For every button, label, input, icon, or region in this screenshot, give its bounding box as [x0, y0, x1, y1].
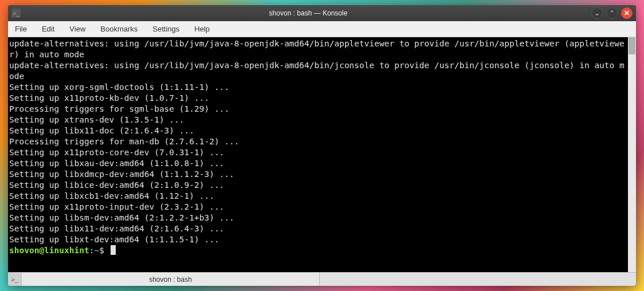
menu-settings[interactable]: Settings — [150, 23, 182, 34]
minimize-button[interactable]: ⌄ — [591, 7, 603, 19]
scrollbar[interactable] — [628, 37, 636, 272]
terminal-line: Setting up xtrans-dev (1.3.5-1) ... — [9, 115, 628, 125]
prompt-dollar: $ — [99, 246, 109, 255]
terminal-line: Setting up xorg-sgml-doctools (1:1.11-1)… — [9, 82, 628, 93]
prompt-user-host: shovon@linuxhint — [9, 246, 89, 255]
terminal-line: Setting up libsm-dev:amd64 (2:1.2.2-1+b3… — [9, 213, 628, 223]
terminal-line: Setting up x11proto-kb-dev (1.0.7-1) ... — [9, 93, 628, 104]
terminal-line: Setting up libx11-dev:amd64 (2:1.6.4-3) … — [9, 223, 628, 234]
terminal-line: Setting up libice-dev:amd64 (2:1.0.9-2) … — [9, 180, 628, 191]
terminal-line: Setting up libxt-dev:amd64 (1:1.1.5-1) .… — [9, 234, 628, 245]
chevron-up-icon: ⌃ — [609, 9, 615, 17]
tabbar: >_ shovon : bash — [8, 272, 636, 286]
menu-edit[interactable]: Edit — [40, 23, 57, 34]
menubar: File Edit View Bookmarks Settings Help — [8, 21, 636, 37]
scroll-thumb[interactable] — [629, 37, 635, 54]
konsole-window: >_ shovon : bash — Konsole ⌄ ⌃ ✕ File Ed… — [8, 5, 636, 286]
close-button[interactable]: ✕ — [621, 7, 633, 19]
prompt-path: ~ — [94, 246, 99, 255]
maximize-button[interactable]: ⌃ — [606, 7, 618, 19]
terminal-line: update-alternatives: using /usr/lib/jvm/… — [9, 60, 628, 82]
titlebar[interactable]: >_ shovon : bash — Konsole ⌄ ⌃ ✕ — [8, 5, 636, 21]
terminal-line: Setting up x11proto-input-dev (2.3.2-1) … — [9, 202, 628, 213]
terminal-icon: >_ — [11, 276, 18, 283]
terminal-line: Setting up x11proto-core-dev (7.0.31-1) … — [9, 147, 628, 158]
terminal[interactable]: update-alternatives: using /usr/lib/jvm/… — [8, 37, 628, 272]
window-controls: ⌄ ⌃ ✕ — [591, 7, 633, 19]
chevron-down-icon: ⌄ — [594, 9, 600, 17]
close-icon: ✕ — [624, 9, 630, 17]
terminal-icon: >_ — [13, 10, 19, 17]
window-title: shovon : bash — Konsole — [25, 9, 591, 17]
tab-1[interactable]: shovon : bash — [22, 273, 320, 286]
menu-help[interactable]: Help — [192, 23, 212, 34]
terminal-line: Processing triggers for sgml-base (1.29)… — [9, 104, 628, 115]
terminal-line: Processing triggers for man-db (2.7.6.1-… — [9, 136, 628, 147]
terminal-line: update-alternatives: using /usr/lib/jvm/… — [9, 38, 628, 60]
terminal-cursor — [111, 245, 116, 255]
terminal-prompt-line: shovon@linuxhint:~$ — [9, 245, 628, 256]
terminal-container: update-alternatives: using /usr/lib/jvm/… — [8, 37, 636, 272]
app-icon: >_ — [11, 9, 21, 18]
menu-view[interactable]: View — [67, 23, 88, 34]
desktop-background: >_ shovon : bash — Konsole ⌄ ⌃ ✕ File Ed… — [0, 0, 644, 291]
terminal-line: Setting up libxau-dev:amd64 (1:1.0.8-1) … — [9, 158, 628, 169]
new-tab-button[interactable]: >_ — [8, 273, 22, 286]
menu-bookmarks[interactable]: Bookmarks — [98, 23, 140, 34]
terminal-line: Setting up libx11-doc (2:1.6.4-3) ... — [9, 125, 628, 136]
menu-file[interactable]: File — [13, 23, 29, 34]
terminal-line: Setting up libxcb1-dev:amd64 (1.12-1) ..… — [9, 191, 628, 202]
terminal-line: Setting up libxdmcp-dev:amd64 (1:1.1.2-3… — [9, 169, 628, 180]
